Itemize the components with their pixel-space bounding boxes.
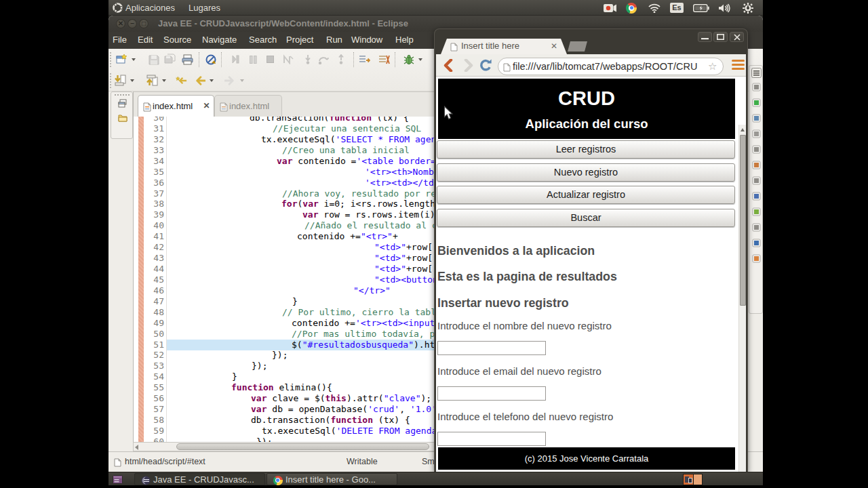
debug-bug-icon[interactable] <box>403 54 414 65</box>
wifi-icon[interactable] <box>648 1 661 14</box>
eclipse-minimized-explorer-strip[interactable] <box>111 92 133 139</box>
volume-icon[interactable] <box>717 1 731 14</box>
step-filters-icon[interactable] <box>359 54 370 65</box>
keyboard-layout-indicator[interactable]: Es <box>670 1 684 14</box>
panel-menu-aplicaciones[interactable]: Aplicaciones <box>125 0 175 16</box>
filters2-icon[interactable] <box>378 54 390 65</box>
documentation-icon[interactable] <box>751 238 762 248</box>
scrollbar-thumb[interactable] <box>176 443 429 450</box>
export-icon[interactable] <box>146 75 158 86</box>
step-return-icon <box>335 54 347 65</box>
palette-icon[interactable] <box>751 191 762 201</box>
desktop: Aplicaciones Lugares <box>108 0 763 485</box>
project-explorer-icon[interactable] <box>117 113 127 123</box>
screen-recorder-icon[interactable] <box>604 1 617 14</box>
bookmark-view-icon[interactable] <box>751 222 762 232</box>
eclipse-menu-run[interactable]: Run <box>326 32 342 49</box>
chrome-tab-title[interactable]: Insert title here <box>461 39 519 54</box>
editor-tab-index-html-inactive[interactable]: index.html <box>214 95 282 117</box>
html-file-icon <box>218 102 229 112</box>
scrollbar-thumb[interactable] <box>740 135 746 306</box>
crud-page: CRUD Aplicación del curso Leer registros… <box>436 77 736 472</box>
line-number: 35 <box>144 167 164 178</box>
import-icon[interactable] <box>115 75 126 86</box>
print-icon[interactable] <box>182 54 193 65</box>
chrome-minimize-button[interactable] <box>698 32 712 42</box>
problems-icon[interactable] <box>751 253 762 264</box>
field-input-3[interactable] <box>437 432 546 446</box>
console-icon[interactable] <box>751 129 762 139</box>
server-icon[interactable] <box>751 98 762 108</box>
dropdown-arrow-icon[interactable] <box>132 58 136 61</box>
field-input-1[interactable] <box>437 341 546 355</box>
dropdown-arrow-icon[interactable] <box>130 79 134 82</box>
session-gear-icon[interactable] <box>741 1 755 14</box>
field-input-2[interactable] <box>437 386 546 401</box>
page-button-actualizar-registro[interactable]: Actualizar registro <box>437 186 735 204</box>
skip-breakpoints-icon[interactable] <box>205 54 216 65</box>
eclipse-close-button[interactable]: ✕ <box>116 19 125 28</box>
eclipse-menu-help[interactable]: Help <box>395 32 414 49</box>
editor-tab-index-html-active[interactable]: index.html ✕ <box>138 95 214 117</box>
eclipse-menu-navigate[interactable]: Navigate <box>202 32 237 49</box>
restore-view-icon[interactable] <box>117 98 127 108</box>
address-bar[interactable]: file:///var/lib/tomcat7/webapps/ROOT/CRU… <box>498 58 724 75</box>
url-text[interactable]: file:///var/lib/tomcat7/webapps/ROOT/CRU <box>513 58 709 75</box>
dropdown-arrow-icon[interactable] <box>210 79 214 82</box>
back-button[interactable] <box>443 59 453 72</box>
eclipse-minimized-views-strip[interactable] <box>749 65 763 314</box>
tab-close-icon[interactable]: ✕ <box>549 41 559 51</box>
chrome-maximize-button[interactable] <box>713 32 728 42</box>
bookmark-star-icon[interactable]: ☆ <box>708 61 719 72</box>
outline-file-icon[interactable] <box>751 82 762 92</box>
forward-button[interactable] <box>464 59 473 72</box>
eclipse-menu-window[interactable]: Window <box>351 32 382 49</box>
step-over-icon <box>317 54 329 65</box>
stop-icon <box>264 54 276 65</box>
outline-view-icon[interactable] <box>751 113 762 123</box>
scroll-left-arrow-icon[interactable] <box>135 445 138 450</box>
eclipse-menu-project[interactable]: Project <box>286 32 313 49</box>
eclipse-minimize-button[interactable]: – <box>127 19 137 28</box>
reload-button[interactable] <box>479 59 492 72</box>
last-edit-icon[interactable] <box>176 75 187 86</box>
battery-icon[interactable] <box>693 1 709 14</box>
chrome-tab[interactable]: Insert title here ✕ <box>441 39 567 54</box>
page-footer: (c) 2015 Jose Vicente Carratala <box>438 447 735 470</box>
dropdown-arrow-icon[interactable] <box>418 58 422 61</box>
page-button-buscar[interactable]: Buscar <box>437 209 735 227</box>
taskbar-item-label[interactable]: Java EE - CRUDJavasc... <box>153 474 254 485</box>
restore-views-icon[interactable] <box>751 68 762 78</box>
scroll-up-icon[interactable] <box>741 128 745 131</box>
snippets-icon[interactable] <box>751 144 762 155</box>
page-button-nuevo-registro[interactable]: Nuevo registro <box>437 163 735 182</box>
taskbar-item-chrome[interactable]: Insert title here - Goo... <box>267 473 397 485</box>
taskbar-item-eclipse[interactable]: Java EE - CRUDJavasc... <box>134 473 265 485</box>
taskbar-item-label[interactable]: Insert title here - Goo... <box>285 474 376 485</box>
new-tab-button[interactable] <box>568 41 587 52</box>
eclipse-maximize-button[interactable]: □ <box>139 19 149 28</box>
panel-menu-lugares[interactable]: Lugares <box>189 0 220 16</box>
tab-close-icon[interactable]: ✕ <box>202 102 211 110</box>
editor-tab-label[interactable]: index.html <box>229 96 269 118</box>
editor-tab-label[interactable]: index.html <box>153 96 193 118</box>
menu-hamburger-icon[interactable] <box>732 60 745 70</box>
page-scrollbar[interactable] <box>738 125 746 472</box>
eclipse-menu-search[interactable]: Search <box>249 32 277 49</box>
workspace-2[interactable] <box>693 474 702 485</box>
dropdown-arrow-icon[interactable] <box>162 79 166 82</box>
chrome-close-button[interactable] <box>730 32 744 42</box>
properties-icon[interactable] <box>751 176 762 186</box>
workspace-1[interactable] <box>684 474 693 485</box>
back-icon[interactable] <box>194 75 205 86</box>
workspace-switcher[interactable] <box>683 474 703 485</box>
window-list-applet-icon[interactable] <box>113 474 123 485</box>
task-list-icon[interactable] <box>751 160 762 170</box>
page-button-leer-registros[interactable]: Leer registros <box>437 140 735 159</box>
chrome-tray-icon[interactable] <box>625 1 638 14</box>
new-wizard-icon[interactable] <box>116 54 127 65</box>
eclipse-menu-file[interactable]: File <box>113 32 127 49</box>
history-icon[interactable] <box>751 207 762 217</box>
eclipse-menu-source[interactable]: Source <box>163 32 191 49</box>
eclipse-menu-edit[interactable]: Edit <box>138 32 153 49</box>
